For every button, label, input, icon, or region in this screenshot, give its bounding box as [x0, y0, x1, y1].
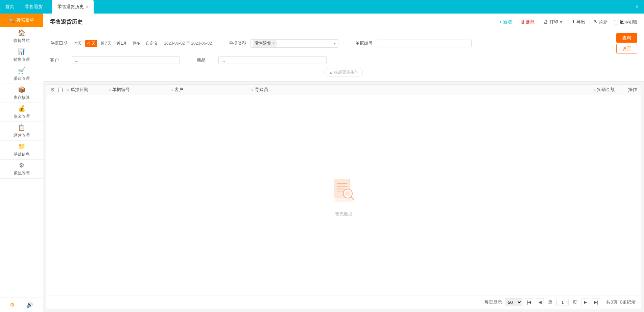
tab-retail-return-close[interactable]: ×: [45, 5, 47, 9]
col-guide-sort-icon: ⇅: [251, 88, 254, 92]
sidebar-item-finance[interactable]: 💰 资金管理: [0, 103, 43, 122]
page-title: 零售退货历史: [50, 19, 82, 26]
page-header: 零售退货历史 + 新增 🗑 删除 🖨 打印 ▼ ⬆ 导出: [43, 14, 644, 82]
window-close-btn[interactable]: ×: [636, 4, 644, 10]
collapse-label: 收起更多条件: [334, 69, 358, 75]
setting-button[interactable]: 设置: [616, 44, 637, 53]
customer-filter: 客户: [50, 56, 180, 64]
doc-type-tag: 零售退货 ×: [253, 40, 277, 47]
tab-retail-return[interactable]: 零售退货 ×: [20, 0, 52, 14]
settings-bottom-btn[interactable]: ⚙: [10, 302, 15, 308]
audio-bottom-btn[interactable]: 🔊: [26, 302, 33, 308]
delete-button[interactable]: 🗑 删除: [518, 18, 538, 26]
sidebar-menu: 🏠 快捷导航 📊 销售管理 🛒 采购管理 📦 库存核算 💰 资金管理 📋: [0, 27, 43, 297]
first-page-btn[interactable]: |◀: [525, 298, 533, 306]
goods-input[interactable]: [218, 56, 327, 64]
customer-filter-label: 客户: [50, 57, 69, 63]
col-customer-sort-icon: ⇅: [170, 88, 173, 92]
empty-illustration: [327, 173, 361, 207]
sidebar-search-label: 搜索菜单: [17, 17, 34, 23]
tab-retail-return-history-close[interactable]: ×: [86, 5, 88, 9]
tab-retail-return-history[interactable]: 零售退货历史 ×: [52, 0, 93, 14]
date-btn-last7[interactable]: 近7天: [99, 40, 113, 47]
doc-number-label: 单据编号: [355, 40, 374, 46]
top-bar: 首页 零售退货 × 零售退货历史 × ×: [0, 0, 644, 14]
delete-label: 🗑 删除: [521, 19, 535, 25]
query-button[interactable]: 查询: [616, 33, 637, 43]
page-input[interactable]: [556, 299, 569, 306]
new-label: + 新增: [499, 19, 511, 25]
sidebar-item-system[interactable]: ⚙ 系统管理: [0, 160, 43, 179]
business-icon: 📋: [18, 124, 25, 131]
tab-retail-return-history-label: 零售退货历史: [57, 4, 84, 10]
tab-home[interactable]: 首页: [0, 0, 20, 14]
sidebar-item-quick-nav[interactable]: 🏠 快捷导航: [0, 27, 43, 46]
date-btn-last-month[interactable]: 近1月: [115, 40, 129, 47]
sales-icon: 📊: [18, 48, 25, 55]
doc-number-input[interactable]: [377, 40, 472, 47]
export-button[interactable]: ⬆ 导出: [569, 18, 588, 26]
toolbar: + 新增 🗑 删除 🖨 打印 ▼ ⬆ 导出 ↻ 刷新: [496, 18, 637, 26]
sidebar-item-business[interactable]: 📋 经营管理: [0, 122, 43, 141]
print-button[interactable]: 🖨 打印 ▼: [541, 18, 566, 26]
inventory-icon: 📦: [18, 86, 25, 93]
doc-type-chevron-icon: ▾: [334, 41, 336, 46]
date-filter: 单据日期 昨天 今天 近7天 近1月 更多 自定义 2023-06-02 至 2…: [50, 40, 212, 47]
table-area: ⚙ ⇅ 单据日期 ⇅ 单据编号 ⇅ 客户 ⇅ 导购员: [46, 84, 641, 309]
new-button[interactable]: + 新增: [496, 18, 514, 26]
show-detail-checkbox[interactable]: [614, 20, 618, 24]
pagination: 每页显示 10 20 50 100 |◀ ◀ 第 页 ▶ ▶| 共0页, 0条记…: [46, 295, 641, 309]
doc-number-filter: 单据编号: [355, 40, 472, 47]
goods-filter-label: 商品: [197, 57, 216, 63]
col-amount-sort-icon: ⇅: [593, 88, 596, 92]
empty-state: 暂无数据: [46, 95, 641, 295]
date-btn-custom[interactable]: 自定义: [144, 40, 160, 47]
print-label: 🖨 打印: [544, 19, 558, 25]
page-size-select[interactable]: 10 20 50 100: [505, 298, 522, 306]
sidebar-item-sales[interactable]: 📊 销售管理: [0, 46, 43, 65]
next-page-btn[interactable]: ▶: [581, 298, 589, 306]
system-label: 系统管理: [14, 171, 30, 176]
doc-type-label: 单据类型: [229, 40, 248, 46]
select-all-checkbox[interactable]: [58, 88, 63, 92]
refresh-label: ↻ 刷新: [594, 19, 608, 25]
action-buttons: 查询 设置: [616, 33, 637, 53]
date-range-text: 2023-06-02 至 2023-06-02: [164, 41, 212, 46]
date-btn-more[interactable]: 更多: [130, 40, 142, 47]
sidebar-item-basic-info[interactable]: 📁 基础信息: [0, 141, 43, 160]
date-btn-yesterday[interactable]: 昨天: [72, 40, 84, 47]
prev-page-btn[interactable]: ◀: [536, 298, 544, 306]
page-title-row: 零售退货历史 + 新增 🗑 删除 🖨 打印 ▼ ⬆ 导出: [50, 18, 637, 26]
export-label: ⬆ 导出: [572, 19, 586, 25]
sales-label: 销售管理: [14, 57, 30, 63]
inventory-label: 库存核算: [14, 95, 30, 101]
table-settings-icon[interactable]: ⚙: [50, 87, 55, 93]
doc-type-tag-close[interactable]: ×: [272, 41, 275, 46]
col-number-header: ⇅ 单据编号: [109, 87, 130, 93]
filter-row-1: 单据日期 昨天 今天 近7天 近1月 更多 自定义 2023-06-02 至 2…: [50, 33, 637, 53]
col-actions-header: 操作: [628, 87, 637, 93]
search-icon: 🔍: [9, 18, 15, 23]
date-shortcuts: 昨天 今天 近7天 近1月 更多 自定义: [72, 40, 160, 47]
sidebar-item-purchase[interactable]: 🛒 采购管理: [0, 65, 43, 84]
date-btn-today[interactable]: 今天: [85, 40, 97, 47]
quick-nav-icon: 🏠: [18, 29, 25, 37]
svg-point-0: [334, 198, 354, 202]
goods-filter: 商品: [197, 56, 327, 64]
sidebar-search[interactable]: 🔍 搜索菜单: [0, 14, 43, 27]
sidebar-item-inventory[interactable]: 📦 库存核算: [0, 84, 43, 103]
system-icon: ⚙: [19, 162, 24, 169]
finance-label: 资金管理: [14, 114, 30, 119]
show-detail-checkbox-label[interactable]: 显示明细: [614, 19, 637, 25]
doc-type-filter: 单据类型 零售退货 × ▾: [229, 39, 338, 48]
collapse-button[interactable]: ▲ 收起更多条件: [325, 68, 363, 76]
collapse-row: ▲ 收起更多条件: [50, 67, 637, 78]
last-page-btn[interactable]: ▶|: [592, 298, 600, 306]
refresh-button[interactable]: ↻ 刷新: [591, 18, 611, 26]
filter-row-2: 客户 商品: [50, 56, 637, 64]
doc-type-input[interactable]: 零售退货 × ▾: [251, 39, 338, 48]
doc-type-tag-text: 零售退货: [255, 41, 271, 46]
basic-info-icon: 📁: [18, 143, 25, 150]
quick-nav-label: 快捷导航: [14, 38, 30, 44]
customer-input[interactable]: [72, 56, 180, 64]
